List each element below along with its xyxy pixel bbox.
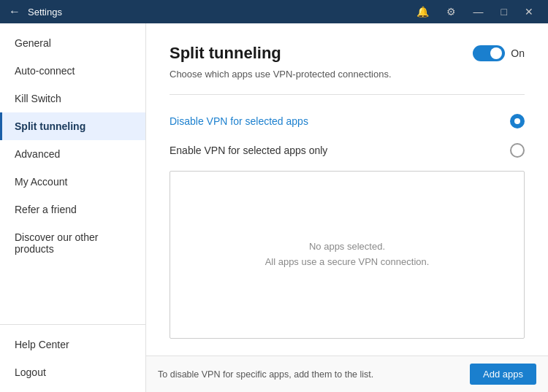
sidebar-item-general[interactable]: General: [0, 29, 145, 57]
title-bar-left: ← Settings: [9, 5, 62, 18]
footer-text: To disable VPN for specific apps, add th…: [158, 369, 373, 380]
page-title: Split tunneling: [170, 44, 281, 63]
sidebar-nav: GeneralAuto-connectKill SwitchSplit tunn…: [0, 23, 145, 324]
content-area: Split tunneling On Choose which apps use…: [146, 23, 548, 356]
radio-enable-vpn-only[interactable]: Enable VPN for selected apps only: [170, 136, 525, 165]
sidebar-item-advanced[interactable]: Advanced: [0, 140, 145, 168]
sidebar: GeneralAuto-connectKill SwitchSplit tunn…: [0, 23, 146, 392]
sidebar-item-help-center[interactable]: Help Center: [0, 331, 145, 358]
maximize-button[interactable]: □: [495, 4, 513, 19]
app-body: GeneralAuto-connectKill SwitchSplit tunn…: [0, 23, 548, 392]
sidebar-item-kill-switch[interactable]: Kill Switch: [0, 85, 145, 112]
radio-disable-vpn-label: Disable VPN for selected apps: [170, 115, 308, 127]
minimize-button[interactable]: —: [468, 4, 490, 19]
split-tunneling-toggle[interactable]: [473, 45, 505, 61]
no-apps-line2: All apps use a secure VPN connection.: [265, 255, 430, 270]
page-subtitle: Choose which apps use VPN-protected conn…: [170, 69, 525, 80]
main-panel: Split tunneling On Choose which apps use…: [146, 23, 548, 392]
sidebar-item-discover-products[interactable]: Discover our other products: [0, 223, 145, 263]
radio-enable-vpn-only-label: Enable VPN for selected apps only: [170, 145, 327, 156]
close-button[interactable]: ✕: [519, 4, 539, 19]
sidebar-item-my-account[interactable]: My Account: [0, 168, 145, 196]
footer-bar: To disable VPN for specific apps, add th…: [146, 356, 548, 392]
sidebar-item-split-tunneling[interactable]: Split tunneling: [0, 112, 145, 140]
sidebar-item-refer-a-friend[interactable]: Refer a friend: [0, 196, 145, 223]
toggle-label: On: [511, 47, 525, 59]
add-apps-button[interactable]: Add apps: [470, 364, 536, 385]
sidebar-item-auto-connect[interactable]: Auto-connect: [0, 57, 145, 85]
back-button[interactable]: ←: [9, 5, 20, 18]
section-divider: [170, 94, 525, 95]
bell-icon[interactable]: 🔔: [411, 4, 435, 19]
radio-enable-vpn-only-indicator: [510, 143, 525, 158]
no-apps-line1: No apps selected.: [265, 239, 430, 255]
toggle-container[interactable]: On: [473, 45, 525, 61]
sidebar-bottom: Help CenterLogout: [0, 324, 145, 392]
title-bar-controls: 🔔 ⚙ — □ ✕: [411, 4, 539, 19]
page-header: Split tunneling On: [170, 44, 525, 63]
radio-disable-vpn[interactable]: Disable VPN for selected apps: [170, 107, 525, 136]
gear-icon[interactable]: ⚙: [441, 4, 462, 19]
sidebar-item-logout[interactable]: Logout: [0, 358, 145, 386]
apps-box-empty-state: No apps selected. All apps use a secure …: [265, 239, 430, 270]
title-bar: ← Settings 🔔 ⚙ — □ ✕: [0, 0, 548, 23]
title-bar-title: Settings: [28, 7, 62, 18]
apps-box: No apps selected. All apps use a secure …: [170, 171, 525, 339]
radio-disable-vpn-indicator: [510, 114, 525, 128]
